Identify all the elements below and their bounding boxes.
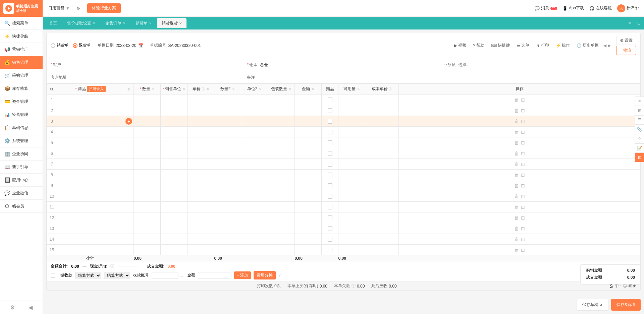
row-unit2[interactable] [241,212,268,223]
row-pkg-qty[interactable] [268,137,295,148]
row-amount[interactable] [295,116,322,127]
row-pkg-qty[interactable] [268,223,295,234]
gift-checkbox[interactable] [328,183,332,188]
row-price[interactable] [187,159,214,170]
row-cost-price[interactable] [365,191,399,202]
gift-checkbox[interactable] [328,205,332,209]
product-input[interactable] [58,162,122,167]
gift-checkbox[interactable] [328,194,332,199]
sidebar-item-app-center[interactable]: 🔲 应用中心 [0,174,43,187]
product-input[interactable] [58,226,122,231]
payment-checkbox-input[interactable] [51,273,55,278]
video-button[interactable]: ▶ 视频 [452,42,468,49]
fee-help-icon[interactable]: ? [278,273,281,278]
row-gift[interactable] [322,212,338,223]
row-cost-price[interactable] [365,234,399,245]
sidebar-item-wechat[interactable]: 💬 企业微信 [0,187,43,200]
copy-row-icon[interactable]: ⊡ [521,151,525,156]
discount-info-icon[interactable]: ⓘ [110,263,114,269]
row-unit[interactable] [161,148,187,159]
row-cost-price[interactable] [365,148,399,159]
settlement-select[interactable]: 结算方式 [75,272,101,279]
row-product[interactable] [57,159,124,170]
row-gift[interactable] [322,116,338,127]
row-unit2[interactable] [241,95,268,105]
pkg-sort-icon[interactable]: ⇅ [289,87,291,91]
row-qty[interactable] [134,159,161,170]
copy-row-icon[interactable]: ⊡ [521,119,525,124]
sidebar-item-basic-info[interactable]: 📋 基础信息 [0,121,43,134]
row-gift[interactable] [322,105,338,116]
row-cost-price[interactable] [365,223,399,234]
row-cost-price[interactable] [365,105,399,116]
delete-row-icon[interactable]: 🗑 [514,172,519,178]
row-pkg-qty[interactable] [268,127,295,137]
row-unit2[interactable] [241,137,268,148]
product-input[interactable] [58,248,122,252]
row-unit2[interactable] [241,170,268,180]
row-price[interactable] [187,223,214,234]
copy-row-icon[interactable]: ⊡ [521,183,525,188]
row-unit[interactable] [161,95,187,105]
add-row-button[interactable]: + [125,118,132,125]
row-qty[interactable] [134,223,161,234]
row-qty[interactable] [134,212,161,223]
next-record-icon[interactable]: ▶ [608,43,611,48]
row-qty[interactable] [134,234,161,245]
row-qty2[interactable] [214,148,241,159]
gift-checkbox[interactable] [328,162,332,167]
warehouse-input[interactable] [260,61,434,68]
row-cost-price[interactable] [365,95,399,105]
customer-select-icon[interactable]: ... [240,63,244,67]
price-sort-icon[interactable]: ⇅ [207,87,209,91]
row-pkg-qty[interactable] [268,191,295,202]
row-amount[interactable] [295,245,322,255]
row-pkg-qty[interactable] [268,202,295,212]
row-price[interactable] [187,137,214,148]
row-available[interactable] [338,148,365,159]
gift-checkbox[interactable] [328,98,332,102]
sidebar-item-inventory[interactable]: 📦 库存核算 [0,82,43,95]
address-select-icon[interactable]: ... [240,75,244,80]
row-product[interactable] [57,137,124,148]
row-gift[interactable] [322,127,338,137]
radio-return-slip[interactable]: 退货单 [73,43,91,48]
experience-button[interactable]: 体验行业方案 [87,3,121,13]
row-unit[interactable] [161,159,187,170]
payment-amount-input[interactable] [198,272,231,279]
tab-sales-order[interactable]: 销售订单 ✕ [101,18,130,28]
column-settings-icon[interactable]: ⚙ [50,87,54,91]
row-product[interactable] [57,170,124,180]
row-pkg-qty[interactable] [268,170,295,180]
product-input[interactable] [58,183,122,188]
row-unit[interactable] [161,234,187,245]
remark-input[interactable] [258,74,440,81]
right-float-note[interactable]: 📝 [635,143,644,153]
cost-info-icon[interactable]: ⓘ [389,87,392,91]
row-qty2[interactable] [214,245,241,255]
qty-sort-icon[interactable]: ⇅ [152,87,155,91]
tab-close-icon[interactable]: ✕ [149,21,152,25]
right-float-list[interactable]: ≡ [635,97,644,106]
row-product[interactable] [57,245,124,255]
qty2-sort-icon[interactable]: ⇅ [232,87,235,91]
gift-checkbox[interactable] [328,108,332,113]
row-unit[interactable] [161,137,187,148]
row-price[interactable] [187,234,214,245]
row-qty[interactable] [134,202,161,212]
product-input[interactable] [58,98,122,102]
row-price[interactable] [187,95,214,105]
row-amount[interactable] [295,148,322,159]
row-price[interactable] [187,170,214,180]
unit-sort-icon[interactable]: ⇅ [183,87,185,91]
product-input[interactable] [58,173,122,177]
row-gift[interactable] [322,234,338,245]
row-amount[interactable] [295,95,322,105]
product-input[interactable] [58,151,122,156]
row-unit2[interactable] [241,105,268,116]
row-unit[interactable] [161,127,187,137]
row-unit[interactable] [161,170,187,180]
row-unit2[interactable] [241,159,268,170]
row-available[interactable] [338,202,365,212]
row-unit[interactable] [161,116,187,127]
